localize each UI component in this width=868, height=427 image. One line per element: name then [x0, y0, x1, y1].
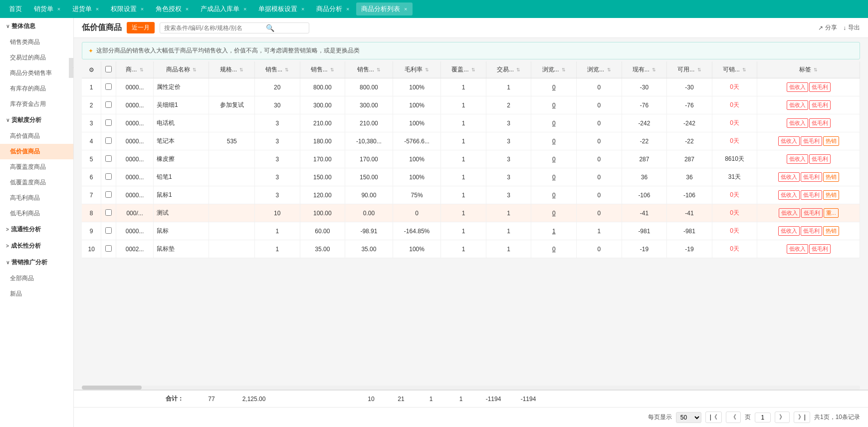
sidebar-item-low-coverage[interactable]: 低覆盖度商品: [0, 175, 73, 190]
col-sale-price[interactable]: 销售... ⇅: [300, 61, 345, 78]
page-input[interactable]: [755, 413, 771, 423]
sidebar-group-contribution[interactable]: ∨ 贡献度分析: [0, 112, 73, 128]
col-gross-margin[interactable]: 毛利率 ⇅: [393, 61, 441, 78]
sidebar-item-sales-goods[interactable]: 销售类商品: [0, 34, 73, 50]
cell-name[interactable]: 橡皮擦: [153, 150, 209, 168]
close-icon[interactable]: ×: [243, 6, 246, 12]
col-transaction[interactable]: 交易... ⇅: [486, 61, 531, 78]
cell-checkbox[interactable]: [101, 240, 116, 258]
row-checkbox[interactable]: [105, 155, 112, 162]
nav-product-analysis-list[interactable]: 商品分析列表 ×: [356, 2, 412, 15]
nav-product-inbound[interactable]: 产成品入库单 ×: [196, 2, 251, 15]
scrollbar-thumb[interactable]: [82, 386, 142, 390]
sidebar-item-high-coverage[interactable]: 高覆盖度商品: [0, 159, 73, 175]
first-page-button[interactable]: |《: [705, 412, 722, 423]
sidebar-group-overall[interactable]: ∨ 整体信息: [0, 18, 73, 34]
sidebar-item-high-margin[interactable]: 高毛利商品: [0, 190, 73, 206]
cell-views1[interactable]: 0: [531, 186, 577, 204]
sidebar-item-new-goods[interactable]: 新品: [0, 286, 73, 302]
close-icon[interactable]: ×: [346, 6, 349, 12]
row-checkbox[interactable]: [105, 245, 112, 252]
nav-role[interactable]: 角色授权 ×: [151, 2, 194, 15]
row-checkbox[interactable]: [105, 209, 112, 216]
col-coverage[interactable]: 覆盖... ⇅: [441, 61, 486, 78]
cell-name[interactable]: 属性定价: [153, 78, 209, 96]
cell-name[interactable]: 鼠标1: [153, 186, 209, 204]
row-checkbox[interactable]: [105, 83, 112, 90]
next-page-button[interactable]: 》: [775, 412, 790, 423]
sidebar-item-all-goods[interactable]: 全部商品: [0, 271, 73, 286]
col-sale-qty[interactable]: 销售... ⇅: [255, 61, 300, 78]
nav-purchase[interactable]: 进货单 ×: [67, 2, 104, 15]
col-settings[interactable]: ⚙: [82, 61, 101, 78]
col-sale-amount[interactable]: 销售... ⇅: [345, 61, 393, 78]
cell-views1[interactable]: 0: [531, 78, 577, 96]
sidebar-collapse-btn[interactable]: 《: [69, 58, 74, 78]
search-icon[interactable]: 🔍: [266, 24, 274, 32]
share-button[interactable]: ↗ 分享: [818, 23, 837, 32]
col-tags[interactable]: 标签 ⇅: [757, 61, 860, 78]
cell-name[interactable]: 电话机: [153, 114, 209, 132]
row-checkbox[interactable]: [105, 119, 112, 126]
cell-checkbox[interactable]: [101, 78, 116, 96]
close-icon[interactable]: ×: [186, 6, 189, 12]
close-icon[interactable]: ×: [96, 6, 99, 12]
sidebar-item-category-sales-rate[interactable]: 商品分类销售率: [0, 65, 73, 81]
col-current-stock[interactable]: 现有... ⇅: [622, 61, 667, 78]
sidebar-item-low-value[interactable]: 低价值商品: [0, 144, 73, 159]
sidebar-item-low-margin[interactable]: 低毛利商品: [0, 206, 73, 221]
cell-name[interactable]: 测试: [153, 204, 209, 222]
close-icon[interactable]: ×: [141, 6, 144, 12]
row-checkbox[interactable]: [105, 137, 112, 144]
nav-product-analysis[interactable]: 商品分析 ×: [311, 2, 354, 15]
cell-checkbox[interactable]: [101, 150, 116, 168]
sidebar-group-marketing[interactable]: ∨ 营销推广分析: [0, 254, 73, 271]
horizontal-scrollbar[interactable]: [82, 386, 860, 390]
close-icon[interactable]: ×: [57, 6, 60, 12]
col-available-stock[interactable]: 可用... ⇅: [667, 61, 712, 78]
row-checkbox[interactable]: [105, 173, 112, 180]
cell-checkbox[interactable]: [101, 186, 116, 204]
col-views2[interactable]: 浏览... ⇅: [577, 61, 622, 78]
cell-views1[interactable]: 1: [531, 222, 577, 240]
cell-views1[interactable]: 0: [531, 150, 577, 168]
col-saleable[interactable]: 可销... ⇅: [712, 61, 757, 78]
cell-views1[interactable]: 0: [531, 204, 577, 222]
cell-views1[interactable]: 0: [531, 114, 577, 132]
cell-name[interactable]: 吴细细1: [153, 96, 209, 114]
sidebar-item-high-value[interactable]: 高价值商品: [0, 128, 73, 144]
cell-views1[interactable]: 0: [531, 132, 577, 150]
time-filter-button[interactable]: 近一月: [127, 22, 155, 33]
col-code[interactable]: 商... ⇅: [116, 61, 154, 78]
cell-name[interactable]: 鼠标垫: [153, 240, 209, 258]
cell-checkbox[interactable]: [101, 114, 116, 132]
cell-name[interactable]: 鼠标: [153, 222, 209, 240]
sidebar-group-circulation[interactable]: > 流通性分析: [0, 221, 73, 238]
cell-checkbox[interactable]: [101, 222, 116, 240]
select-all-checkbox[interactable]: [105, 66, 112, 72]
cell-checkbox[interactable]: [101, 96, 116, 114]
cell-views1[interactable]: 0: [531, 96, 577, 114]
cell-checkbox[interactable]: [101, 132, 116, 150]
row-checkbox[interactable]: [105, 191, 112, 198]
sidebar-group-growth[interactable]: > 成长性分析: [0, 238, 73, 254]
table-container[interactable]: ⚙ 商... ⇅ 商品名称 ⇅ 规格... ⇅ 销售... ⇅ 销售... ⇅ …: [82, 61, 860, 386]
cell-name[interactable]: 铅笔1: [153, 168, 209, 186]
close-icon[interactable]: ×: [404, 6, 407, 12]
sidebar-item-stock-goods[interactable]: 有库存的商品: [0, 81, 73, 96]
export-button[interactable]: ↓ 导出: [843, 23, 860, 32]
col-views1[interactable]: 浏览... ⇅: [531, 61, 577, 78]
row-checkbox[interactable]: [105, 227, 112, 234]
col-spec[interactable]: 规格... ⇅: [209, 61, 255, 78]
sidebar-item-traded-goods[interactable]: 交易过的商品: [0, 50, 73, 65]
nav-template[interactable]: 单据模板设置 ×: [253, 2, 309, 15]
sidebar-item-inventory-capital[interactable]: 库存资金占用: [0, 96, 73, 112]
cell-views1[interactable]: 0: [531, 240, 577, 258]
cell-checkbox[interactable]: [101, 168, 116, 186]
col-checkbox[interactable]: [101, 61, 116, 78]
cell-name[interactable]: 笔记本: [153, 132, 209, 150]
close-icon[interactable]: ×: [301, 6, 304, 12]
last-page-button[interactable]: 》|: [794, 412, 810, 423]
nav-home[interactable]: 首页: [4, 2, 27, 15]
cell-checkbox[interactable]: [101, 204, 116, 222]
